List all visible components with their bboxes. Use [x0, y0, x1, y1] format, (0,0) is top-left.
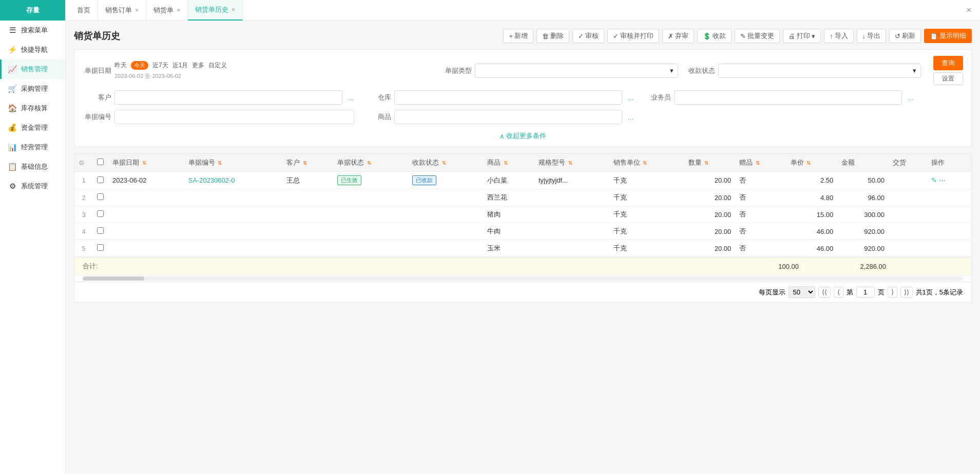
print-button[interactable]: 🖨 打印 ▾ — [783, 29, 821, 43]
doc-no-input[interactable] — [114, 110, 354, 124]
col-doc-date[interactable]: 单据日期 ⇅ — [108, 154, 184, 172]
import-icon: ↑ — [830, 32, 833, 40]
row-checkbox[interactable] — [93, 223, 108, 240]
row-select-checkbox[interactable] — [97, 227, 104, 234]
receipt-status-select[interactable]: ▾ — [718, 64, 921, 78]
col-spec[interactable]: 规格型号 ⇅ — [534, 154, 609, 172]
tab-sales-order[interactable]: 销售订单 × — [98, 0, 146, 21]
row-checkbox[interactable] — [93, 206, 108, 223]
sidebar-item-basic-info[interactable]: 📋 基础信息 — [0, 157, 65, 176]
delete-icon: 🗑 — [542, 32, 549, 40]
date-1month[interactable]: 近1月 — [172, 61, 188, 70]
row-checkbox[interactable] — [93, 240, 108, 257]
row-doc-no[interactable] — [184, 206, 282, 223]
row-doc-no[interactable]: SA-20230602-0 — [184, 172, 282, 189]
salesperson-more-icon[interactable]: … — [907, 94, 914, 102]
sidebar-item-sales-mgmt[interactable]: 📈 销售管理 — [0, 60, 65, 79]
per-page-select[interactable]: 50 100 200 — [789, 286, 815, 298]
sidebar-item-purchase-mgmt[interactable]: 🛒 采购管理 — [0, 79, 65, 98]
row-action[interactable] — [927, 206, 971, 223]
sidebar-item-quick-nav[interactable]: ⚡ 快捷导航 — [0, 40, 65, 60]
col-customer[interactable]: 客户 ⇅ — [282, 154, 333, 172]
select-all-checkbox[interactable] — [97, 159, 104, 165]
close-sales-order-tab[interactable]: × — [135, 7, 139, 14]
customer-more-icon[interactable]: … — [348, 94, 354, 102]
tab-sales-history[interactable]: 销货单历史 × — [188, 0, 243, 21]
col-doc-no[interactable]: 单据编号 ⇅ — [184, 154, 282, 172]
date-7days[interactable]: 近7天 — [152, 61, 168, 70]
col-gear[interactable]: ⚙ — [74, 154, 93, 172]
refresh-button[interactable]: ↺ 刷新 — [889, 29, 921, 43]
warehouse-more-icon[interactable]: … — [627, 94, 634, 102]
col-qty[interactable]: 数量 ⇅ — [684, 154, 735, 172]
import-button[interactable]: ↑ 导入 — [824, 29, 854, 43]
row-select-checkbox[interactable] — [97, 244, 104, 251]
tab-sales-goods[interactable]: 销货单 × — [146, 0, 188, 21]
goods-more-icon[interactable]: … — [627, 113, 634, 121]
date-yesterday[interactable]: 昨天 — [114, 61, 127, 70]
scroll-thumb[interactable] — [83, 276, 144, 281]
row-select-checkbox[interactable] — [97, 210, 104, 217]
row-doc-no[interactable] — [184, 240, 282, 257]
collapse-button[interactable]: ∧ 收起更多条件 — [499, 131, 546, 141]
query-button[interactable]: 查询 — [933, 56, 963, 70]
row-doc-no[interactable] — [184, 189, 282, 206]
row-select-checkbox[interactable] — [97, 193, 104, 200]
show-detail-button[interactable]: 📋 显示明细 — [924, 29, 972, 43]
row-select-checkbox[interactable] — [97, 176, 104, 183]
date-today[interactable]: 今天 — [131, 61, 148, 70]
customer-input[interactable] — [114, 90, 342, 105]
next-page-button[interactable]: ⟩ — [888, 287, 897, 298]
new-button[interactable]: + 新增 — [503, 29, 533, 43]
close-sales-goods-tab[interactable]: × — [177, 7, 180, 14]
collect-button[interactable]: 💲 收款 — [697, 29, 732, 43]
gear-settings-icon[interactable]: ⚙ — [79, 159, 85, 167]
prev-page-button[interactable]: ⟨ — [834, 287, 843, 298]
col-goods[interactable]: 商品 ⇅ — [483, 154, 534, 172]
setting-button[interactable]: 设置 — [933, 72, 963, 85]
date-label: 单据日期 — [83, 66, 111, 75]
batch-change-button[interactable]: ✎ 批量变更 — [735, 29, 780, 43]
row-action[interactable] — [927, 240, 971, 257]
tab-home[interactable]: 首页 — [70, 0, 98, 21]
table-row: 4 牛肉 千克 20.00 否 46.00 920.00 — [74, 223, 971, 240]
filter-salesperson: 业务员 … — [642, 90, 914, 105]
page-number-input[interactable] — [856, 287, 875, 298]
col-gift[interactable]: 赠品 ⇅ — [735, 154, 786, 172]
col-unit-price[interactable]: 单价 ⇅ — [786, 154, 837, 172]
sidebar-item-operations[interactable]: 📊 经营管理 — [0, 137, 65, 157]
export-button[interactable]: ↓ 导出 — [857, 29, 887, 43]
row-action[interactable] — [927, 189, 971, 206]
salesperson-input[interactable] — [674, 90, 902, 105]
sidebar-item-system[interactable]: ⚙ 系统管理 — [0, 176, 65, 196]
sidebar-item-finance[interactable]: 💰 资金管理 — [0, 118, 65, 137]
delete-button[interactable]: 🗑 删除 — [536, 29, 569, 43]
goods-input[interactable] — [394, 110, 622, 124]
audit-button[interactable]: ✓ 审核 — [572, 29, 604, 43]
audit-print-button[interactable]: ✓ 审核并打印 — [607, 29, 659, 43]
first-page-button[interactable]: ⟨⟨ — [818, 287, 831, 298]
row-action[interactable]: ✎⋯ — [927, 172, 971, 189]
edit-action-link[interactable]: ✎ — [931, 176, 937, 184]
sidebar-item-search-menu[interactable]: ☰ 搜索菜单 — [0, 21, 65, 40]
row-action[interactable] — [927, 223, 971, 240]
row-checkbox[interactable] — [93, 172, 108, 189]
more-action-link[interactable]: ⋯ — [939, 176, 946, 184]
col-doc-status[interactable]: 单据状态 ⇅ — [333, 154, 408, 172]
col-unit[interactable]: 销售单位 ⇅ — [609, 154, 684, 172]
abandon-button[interactable]: ✗ 弃审 — [662, 29, 694, 43]
doc-type-select[interactable]: ▾ — [475, 64, 678, 78]
warehouse-input[interactable] — [394, 90, 622, 105]
date-more[interactable]: 更多 — [192, 61, 204, 70]
sidebar-item-inventory[interactable]: 🏠 库存核算 — [0, 98, 65, 118]
close-sales-history-tab[interactable]: × — [232, 6, 235, 13]
window-close-icon[interactable]: ✕ — [966, 6, 972, 14]
date-custom[interactable]: 自定义 — [208, 61, 227, 70]
horizontal-scrollbar[interactable] — [83, 276, 963, 281]
scroll-bar-area[interactable] — [74, 275, 971, 282]
row-checkbox[interactable] — [93, 189, 108, 206]
row-doc-no[interactable] — [184, 223, 282, 240]
col-receipt-status[interactable]: 收款状态 ⇅ — [408, 154, 483, 172]
col-checkbox[interactable] — [93, 154, 108, 172]
last-page-button[interactable]: ⟩⟩ — [900, 287, 913, 298]
